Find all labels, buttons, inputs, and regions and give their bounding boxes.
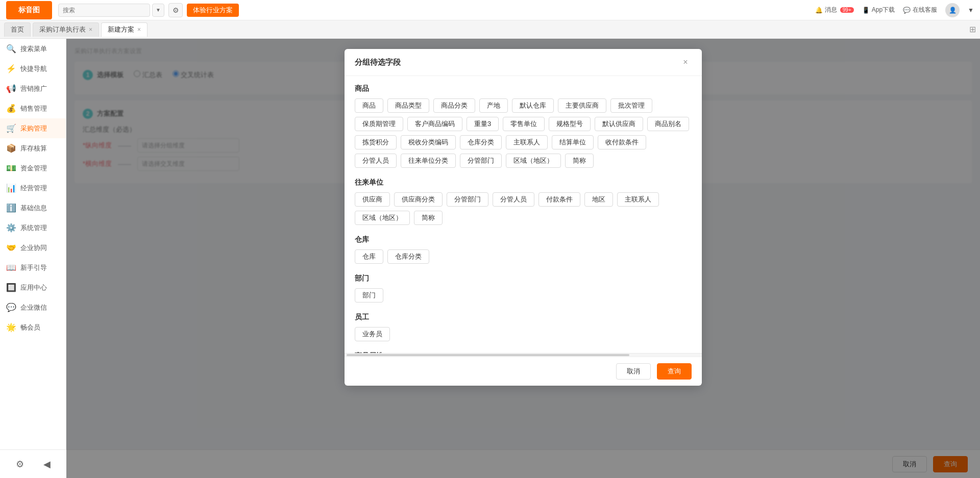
field-tag[interactable]: 商品别名 [647, 117, 689, 131]
field-tag[interactable]: 产地 [479, 98, 508, 113]
sales-icon: 💰 [6, 104, 16, 113]
sidebar-item-collab[interactable]: 🤝 企业协同 [0, 238, 66, 258]
online-service-item[interactable]: 💬 在线客服 [903, 6, 937, 14]
sidebar-item-inventory[interactable]: 📦 库存核算 [0, 138, 66, 158]
quicknav-icon: ⚡ [6, 64, 16, 73]
field-tag[interactable]: 往来单位分类 [401, 154, 456, 168]
field-tag[interactable]: 商品 [355, 98, 383, 113]
field-tag[interactable]: 默认仓库 [512, 98, 554, 113]
sidebar-item-operations[interactable]: 📊 经营管理 [0, 178, 66, 198]
finance-icon: 💵 [6, 163, 16, 173]
sidebar-item-search[interactable]: 🔍 搜索菜单 [0, 39, 66, 59]
section-employee: 员工 业务员 [355, 313, 692, 341]
sidebar-item-purchase[interactable]: 🛒 采购管理 [0, 118, 66, 138]
field-tag[interactable]: 商品分类 [433, 98, 475, 113]
field-tag[interactable]: 分管部门 [460, 154, 502, 168]
field-tag[interactable]: 规格型号 [549, 117, 591, 131]
field-tag[interactable]: 业务员 [355, 327, 390, 341]
marketing-icon: 📢 [6, 84, 16, 93]
top-bar-right: 🔔 消息 99+ 📱 App下载 💬 在线客服 👤 ▼ [815, 3, 974, 17]
tab-new-plan-close[interactable]: × [137, 26, 141, 33]
system-icon: ⚙️ [6, 223, 16, 233]
field-tag[interactable]: 区域（地区） [506, 154, 561, 168]
sidebar-item-wechat[interactable]: 💬 企业微信 [0, 297, 66, 317]
field-tag[interactable]: 主联系人 [617, 192, 659, 207]
left-bottom-bar: ⚙ ◀ [0, 449, 66, 478]
sidebar-item-quicknav[interactable]: ⚡ 快捷导航 [0, 59, 66, 79]
modal-body[interactable]: 商品 商品 商品类型 商品分类 产地 默认仓库 主要供应商 批次管理 保质期管理… [345, 76, 702, 353]
tab-purchase-exec-label: 采购订单执行表 [39, 25, 86, 34]
tab-new-plan[interactable]: 新建方案 × [101, 22, 148, 37]
field-tag[interactable]: 税收分类编码 [401, 135, 456, 149]
field-tag[interactable]: 默认供应商 [595, 117, 643, 131]
app-center-icon: 🔲 [6, 283, 16, 292]
field-tag[interactable]: 商品类型 [387, 98, 429, 113]
download-icon: 📱 [862, 7, 870, 14]
sidebar-item-guide[interactable]: 📖 新手引导 [0, 258, 66, 278]
sidebar-item-app-center[interactable]: 🔲 应用中心 [0, 278, 66, 297]
cancel-button[interactable]: 取消 [616, 363, 651, 380]
department-field-grid: 部门 [355, 288, 692, 303]
search-dropdown[interactable]: ▼ [152, 4, 164, 17]
sidebar-item-member[interactable]: 🌟 畅会员 [0, 317, 66, 337]
field-tag[interactable]: 分管人员 [493, 192, 534, 207]
operations-icon: 📊 [6, 183, 16, 193]
field-tag[interactable]: 仓库 [355, 249, 383, 264]
confirm-button[interactable]: 查询 [657, 363, 692, 380]
tab-bar: 首页 采购订单执行表 × 新建方案 × ⊞ [0, 20, 980, 39]
field-tag[interactable]: 重量3 [467, 117, 499, 131]
user-avatar[interactable]: 👤 [945, 3, 960, 17]
main-layout: 🔍 搜索菜单 ⚡ 快捷导航 📢 营销推广 💰 销售管理 🛒 采购管理 📦 库存核… [0, 39, 980, 478]
field-tag[interactable]: 保质期管理 [355, 117, 403, 131]
sidebar-item-marketing[interactable]: 📢 营销推广 [0, 79, 66, 98]
app-download-item[interactable]: 📱 App下载 [862, 6, 895, 14]
field-tag[interactable]: 拣货积分 [355, 135, 397, 149]
field-tag[interactable]: 付款条件 [538, 192, 580, 207]
field-tag[interactable]: 区域（地区） [355, 211, 410, 225]
field-tag[interactable]: 收付款条件 [598, 135, 646, 149]
trial-button[interactable]: 体验行业方案 [187, 4, 239, 17]
goods-field-grid: 商品 商品类型 商品分类 产地 默认仓库 主要供应商 批次管理 保质期管理 客户… [355, 98, 692, 168]
section-department-title: 部门 [355, 274, 692, 283]
section-goods-title: 商品 [355, 84, 692, 93]
search-input[interactable] [58, 4, 150, 17]
field-tag[interactable]: 分管人员 [355, 154, 397, 168]
modal-close-button[interactable]: × [679, 56, 692, 68]
field-tag[interactable]: 仓库分类 [387, 249, 429, 264]
settings-icon[interactable]: ⚙ [168, 3, 183, 17]
basic-info-icon: ℹ️ [6, 203, 16, 213]
warehouse-field-grid: 仓库 仓库分类 [355, 249, 692, 264]
field-tag[interactable]: 供应商分类 [394, 192, 443, 207]
user-more[interactable]: ▼ [968, 7, 974, 14]
partner-field-grid: 供应商 供应商分类 分管部门 分管人员 付款条件 地区 主联系人 区域（地区） … [355, 192, 692, 225]
field-tag[interactable]: 供应商 [355, 192, 390, 207]
tab-home[interactable]: 首页 [4, 22, 31, 37]
field-tag[interactable]: 零售单位 [503, 117, 545, 131]
sidebar-item-finance[interactable]: 💵 资金管理 [0, 158, 66, 178]
notification-item[interactable]: 🔔 消息 99+ [815, 6, 854, 14]
field-tag[interactable]: 分管部门 [447, 192, 488, 207]
tab-purchase-exec[interactable]: 采购订单执行表 × [33, 22, 99, 37]
member-icon: 🌟 [6, 322, 16, 332]
field-tag[interactable]: 主联系人 [506, 135, 548, 149]
field-tag[interactable]: 简称 [565, 154, 594, 168]
field-tag[interactable]: 主要供应商 [558, 98, 606, 113]
tab-expand-icon[interactable]: ⊞ [969, 24, 976, 34]
field-tag[interactable]: 客户商品编码 [407, 117, 462, 131]
field-tag[interactable]: 简称 [414, 211, 443, 225]
section-partner-title: 往来单位 [355, 178, 692, 187]
field-tag[interactable]: 地区 [584, 192, 613, 207]
field-tag[interactable]: 仓库分类 [460, 135, 502, 149]
tab-purchase-exec-close[interactable]: × [89, 26, 92, 33]
sidebar-item-basic-info[interactable]: ℹ️ 基础信息 [0, 198, 66, 218]
settings-bottom-icon[interactable]: ⚙ [16, 459, 24, 470]
modal-horizontal-scrollbar[interactable] [345, 353, 702, 357]
modal-header: 分组待选字段 × [345, 49, 702, 76]
modal-hscroll-thumb [347, 354, 629, 356]
collapse-icon[interactable]: ◀ [43, 459, 51, 470]
sidebar-item-system[interactable]: ⚙️ 系统管理 [0, 218, 66, 238]
field-tag[interactable]: 结算单位 [552, 135, 594, 149]
field-tag[interactable]: 批次管理 [610, 98, 652, 113]
sidebar-item-sales[interactable]: 💰 销售管理 [0, 98, 66, 118]
field-tag[interactable]: 部门 [355, 288, 383, 303]
